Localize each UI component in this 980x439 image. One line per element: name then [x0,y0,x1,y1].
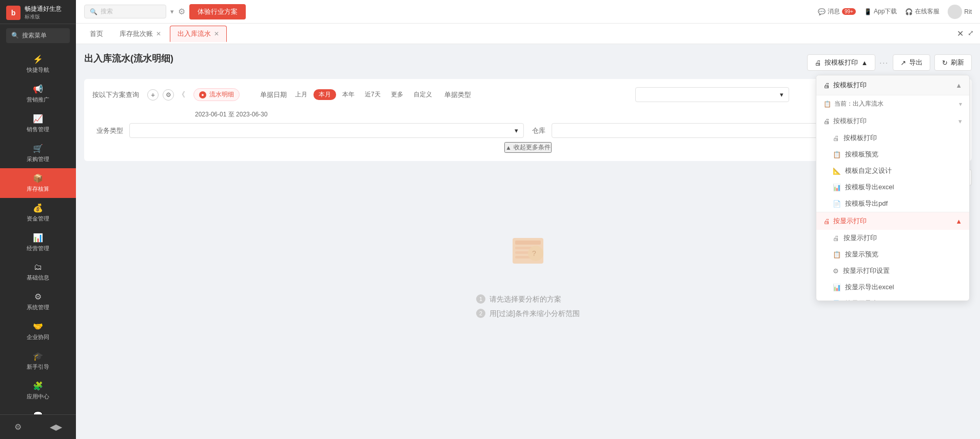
date-option-more[interactable]: 更多 [387,89,407,100]
display-print-settings-item[interactable]: ⚙ 按显示打印设置 [816,263,969,279]
sidebar-item-inventory[interactable]: 📦 库存核算 [0,168,76,198]
template-custom-design-item[interactable]: 📐 模板自定义设计 [816,163,969,179]
marketing-icon: 📢 [33,84,43,94]
sidebar-item-quick-nav[interactable]: ⚡ 快捷导航 [0,49,76,79]
export-button[interactable]: ↗ 导出 [893,54,930,71]
dropdown-scroll: 📋 当前：出入库流水 ▾ 🖨 按模板打印 ▾ 🖨 [816,95,969,301]
display-preview-icon: 📋 [833,251,841,258]
enterprise-icon: 🤝 [33,322,43,331]
sidebar: b 畅捷通好生意 标准版 🔍 搜索菜单 ⚡ 快捷导航 📢 营销推广 📈 销售管理… [0,0,76,439]
current-template-indicator[interactable]: 📋 当前：出入库流水 ▾ [816,95,969,112]
display-print-section-title: 🖨 按显示打印 [824,216,867,226]
print-dropdown-panel: 🖨 按模板打印 ▲ 📋 当前：出入库流水 ▾ [816,75,970,301]
print-dropdown-arrow[interactable]: ▲ [861,59,868,67]
template-print-section-header[interactable]: 🖨 按模板打印 ▾ [816,112,969,130]
display-export-excel-item[interactable]: 📊 按显示导出excel [816,279,969,295]
template-section-arrow: ▾ [958,117,962,125]
display-excel-icon: 📊 [833,284,841,291]
date-option-7days[interactable]: 近7天 [361,89,385,100]
display-preview-item[interactable]: 📋 按显示预览 [816,246,969,263]
finance-icon: 💰 [33,203,43,213]
topbar-right: 💬 消息 99+ 📱 App下载 🎧 在线客服 Rit [818,5,972,19]
tabs-right-controls: ✕ ⤢ [957,29,974,38]
messages-button[interactable]: 💬 消息 99+ [818,7,856,16]
page-content: 出入库流水(流水明细) 🖨 按模板打印 ▲ ··· ↗ 导出 ↻ 刷新 [76,44,980,439]
trial-industry-button[interactable]: 体验行业方案 [189,4,246,19]
dropdown-collapse-arrow[interactable]: ▲ [955,82,962,89]
sidebar-nav: ⚡ 快捷导航 📢 营销推广 📈 销售管理 🛒 采购管理 📦 库存核算 💰 资金管… [0,47,76,414]
template-preview-item[interactable]: 📋 按模板预览 [816,146,969,163]
tab-inout-flow-close[interactable]: ✕ [214,30,219,37]
sidebar-item-enterprise[interactable]: 🤝 企业协同 [0,316,76,346]
business-type-row: 业务类型 ▾ [92,123,524,138]
doc-type-select[interactable]: ▾ [635,87,789,102]
svg-rect-1 [515,241,541,245]
global-search[interactable]: 🔍 搜索 [84,5,166,18]
tab-inventory-batch-close[interactable]: ✕ [156,30,161,37]
settings-bottom-button[interactable]: ⚙ [10,420,26,434]
template-print-section-title: 🖨 按模板打印 [824,116,867,126]
tab-inout-flow[interactable]: 出入库流水 ✕ [170,26,227,42]
print-icon: 🖨 [815,59,821,67]
guide-icon: 🎓 [33,351,43,361]
more-options-button[interactable]: ··· [879,58,889,67]
filter-tag-water-detail[interactable]: ● 流水明细 [193,88,240,101]
filter-settings-button[interactable]: ⚙ [163,89,174,101]
svg-text:?: ? [532,249,536,257]
display-export-pdf-item[interactable]: 📄 按显示导出pdf [816,295,969,301]
collapse-more-button[interactable]: ▲ 收起更多条件 [504,142,552,153]
sidebar-item-marketing[interactable]: 📢 营销推广 [0,79,76,109]
date-option-custom[interactable]: 自定义 [409,89,436,100]
template-export-excel-item[interactable]: 📊 按模板导出excel [816,179,969,195]
search-icon: 🔍 [90,8,97,15]
sidebar-item-guide[interactable]: 🎓 新手引导 [0,346,76,376]
sidebar-item-operation[interactable]: 📊 经营管理 [0,228,76,257]
tab-close-all-button[interactable]: ✕ [957,29,964,38]
top-action-bar: 🖨 按模板打印 ▲ ··· ↗ 导出 ↻ 刷新 [807,54,972,71]
headset-icon: 🎧 [905,8,913,15]
tab-expand-button[interactable]: ⤢ [968,29,974,38]
template-print-button[interactable]: 🖨 按模板打印 ▲ [807,54,875,71]
sidebar-item-finance[interactable]: 💰 资金管理 [0,198,76,228]
sidebar-item-wechat[interactable]: 💬 企业微信 [0,406,76,414]
collapse-sidebar-button[interactable]: ◀▶ [46,420,66,434]
date-label: 单据日期 [260,90,287,99]
filter-add-button[interactable]: + [147,89,159,101]
date-option-last-month[interactable]: 上月 [291,89,311,100]
logo-icon: b [6,6,21,20]
display-print-section-header[interactable]: 🖨 按显示打印 ▲ [816,212,969,230]
inventory-icon: 📦 [33,173,43,183]
refresh-button[interactable]: ↻ 刷新 [934,54,972,71]
tab-inventory-batch[interactable]: 库存批次账 ✕ [112,26,169,42]
sidebar-item-sales[interactable]: 📈 销售管理 [0,109,76,138]
filter-collapse-button[interactable]: 《 [178,90,185,99]
date-option-current-year[interactable]: 本年 [338,89,359,100]
topbar-gear-icon[interactable]: ⚙ [178,7,185,16]
display-print-item[interactable]: 🖨 按显示打印 [816,230,969,246]
empty-step-2: 2 用[过滤]条件来缩小分析范围 [476,306,580,321]
search-menu-button[interactable]: 🔍 搜索菜单 [6,28,70,43]
phone-icon: 📱 [864,8,872,15]
sidebar-search-area[interactable]: 🔍 搜索菜单 [0,24,76,47]
display-print-section-icon: 🖨 [824,217,830,225]
empty-step-1: 1 请先选择要分析的方案 [476,292,580,306]
sidebar-item-system[interactable]: ⚙ 系统管理 [0,287,76,316]
wechat-icon: 💬 [33,411,43,414]
template-print-item[interactable]: 🖨 按模板打印 [816,130,969,146]
template-print-item-icon: 🖨 [833,134,839,142]
search-dropdown-arrow[interactable]: ▾ [170,8,174,15]
customer-service-button[interactable]: 🎧 在线客服 [905,7,939,16]
user-avatar-area[interactable]: Rit [948,5,972,19]
collapse-arrow-icon: ▲ [505,144,512,151]
display-pdf-icon: 📄 [833,300,841,301]
sidebar-item-apps[interactable]: 🧩 应用中心 [0,376,76,406]
svg-rect-4 [515,256,531,258]
app-download-button[interactable]: 📱 App下载 [864,7,897,16]
template-export-pdf-item[interactable]: 📄 按模板导出pdf [816,195,969,212]
date-option-current-month[interactable]: 本月 [313,89,336,100]
quick-nav-icon: ⚡ [33,54,43,64]
tab-home[interactable]: 首页 [82,26,111,42]
business-type-select[interactable]: ▾ [129,123,524,138]
sidebar-item-purchase[interactable]: 🛒 采购管理 [0,138,76,168]
sidebar-item-basic[interactable]: 🗂 基础信息 [0,257,76,287]
